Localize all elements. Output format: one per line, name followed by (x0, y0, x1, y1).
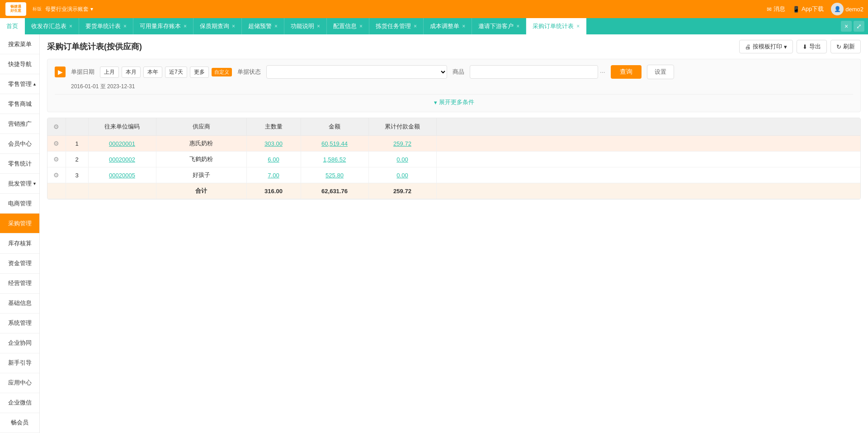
app-download-button[interactable]: 📱 App下载 (793, 5, 824, 13)
status-select[interactable] (266, 65, 447, 79)
page-actions: 🖨 按模板打印 ▾ ⬇ 导出 ↻ 刷新 (739, 40, 861, 53)
date-btn-this-month[interactable]: 本月 (122, 67, 141, 78)
main-content: 采购订单统计表(按供应商) 🖨 按模板打印 ▾ ⬇ 导出 ↻ 刷新 (40, 34, 868, 433)
tab-4[interactable]: 保质期查询 × (193, 18, 242, 34)
goods-more-button[interactable]: ··· (600, 68, 605, 76)
sidebar-item-system[interactable]: 系统管理 (0, 314, 39, 333)
row-settings[interactable]: ⚙ (47, 167, 66, 183)
sidebar-item-quick-nav[interactable]: 快捷导航 (0, 54, 39, 74)
sidebar-item-finance[interactable]: 资金管理 (0, 254, 39, 274)
tab-5-close[interactable]: × (274, 23, 278, 29)
user-menu[interactable]: 👤 demo2 (831, 3, 863, 15)
tab-2-close[interactable]: × (123, 23, 127, 29)
logo: 畅捷通好生意 (5, 2, 27, 16)
expand-more-button[interactable]: ▾ 展开更多条件 (55, 94, 853, 106)
user-avatar: 👤 (831, 3, 844, 15)
row-settings[interactable]: ⚙ (47, 136, 66, 152)
settings-button[interactable]: 设置 (647, 65, 674, 79)
row-amount[interactable]: 525.80 (301, 167, 368, 183)
sidebar-item-purchase[interactable]: 采购管理 (0, 214, 39, 233)
row-code[interactable]: 00020002 (88, 152, 156, 167)
sidebar-item-search[interactable]: 搜索菜单 (0, 34, 39, 54)
tab-3[interactable]: 可用量库存账本 × (133, 18, 193, 34)
tab-5[interactable]: 超储预警 × (242, 18, 284, 34)
row-paid[interactable]: 0.00 (368, 167, 436, 183)
sidebar-member-label: 畅会员 (11, 419, 28, 427)
tab-3-label: 可用量库存账本 (140, 22, 181, 30)
date-btn-7days[interactable]: 近7天 (165, 67, 187, 78)
sidebar-item-wholesale[interactable]: 批发管理 (0, 174, 39, 194)
sidebar-item-collab[interactable]: 企业协同 (0, 333, 39, 353)
sidebar-item-retail-mgmt[interactable]: 零售管理 (0, 74, 39, 94)
row-code[interactable]: 00020005 (88, 167, 156, 183)
sidebar-item-ecommerce[interactable]: 电商管理 (0, 194, 39, 214)
nav-tabs-end: × ⤢ (841, 21, 868, 32)
sidebar-item-marketing[interactable]: 营销推广 (0, 114, 39, 134)
sidebar-finance-label: 资金管理 (8, 259, 32, 267)
sidebar-operations-label: 经营管理 (8, 279, 32, 287)
tab-close-all-button[interactable]: × (841, 21, 852, 32)
tab-active-close[interactable]: × (576, 23, 580, 29)
tab-expand-button[interactable]: ⤢ (854, 21, 864, 32)
tab-3-close[interactable]: × (184, 23, 187, 29)
row-qty[interactable]: 7.00 (246, 167, 301, 183)
tab-2[interactable]: 要货单统计表 × (79, 18, 133, 34)
sidebar-item-retail-stats[interactable]: 零售统计 (0, 154, 39, 174)
tab-active[interactable]: 采购订单统计表 × (526, 18, 586, 34)
row-qty[interactable]: 6.00 (246, 152, 301, 167)
sidebar-item-retail-mall[interactable]: 零售商城 (0, 94, 39, 114)
sidebar-item-operations[interactable]: 经营管理 (0, 274, 39, 294)
row-gear-icon[interactable]: ⚙ (53, 171, 59, 179)
sidebar-retail-stats-label: 零售统计 (8, 160, 32, 168)
row-paid[interactable]: 0.00 (368, 152, 436, 167)
sidebar-item-membership[interactable]: 会员中心 (0, 134, 39, 154)
tab-1-close[interactable]: × (69, 23, 72, 29)
row-amount[interactable]: 1,586.52 (301, 152, 368, 167)
goods-input[interactable] (470, 65, 598, 79)
sidebar-item-appstore[interactable]: 应用中心 (0, 373, 39, 393)
tab-9-close[interactable]: × (462, 23, 465, 29)
tab-9[interactable]: 成本调整单 × (424, 18, 472, 34)
tab-4-close[interactable]: × (232, 23, 235, 29)
export-button[interactable]: ⬇ 导出 (797, 40, 827, 53)
sidebar-item-inventory[interactable]: 库存核算 (0, 233, 39, 253)
custom-date-badge[interactable]: 自定义 (212, 68, 232, 76)
tab-home[interactable]: 首页 (0, 18, 25, 34)
date-btn-this-year[interactable]: 本年 (143, 67, 162, 78)
sidebar-item-member[interactable]: 畅会员 (0, 413, 39, 433)
tab-8-label: 拣货任务管理 (376, 22, 411, 30)
row-qty[interactable]: 303.00 (246, 136, 301, 152)
gear-icon[interactable]: ⚙ (53, 123, 59, 130)
row-settings[interactable]: ⚙ (47, 152, 66, 167)
tab-7[interactable]: 配置信息 × (327, 18, 369, 34)
user-name: demo2 (845, 6, 863, 13)
tab-8-close[interactable]: × (414, 23, 417, 29)
filter-collapse-button[interactable]: ▶ (55, 67, 66, 77)
sidebar-item-wechat[interactable]: 企业微信 (0, 393, 39, 413)
row-paid[interactable]: 259.72 (368, 136, 436, 152)
tab-6-close[interactable]: × (317, 23, 320, 29)
col-supplier-header: 供应商 (156, 118, 246, 136)
col-extra-header (436, 118, 860, 136)
row-amount[interactable]: 60,519.44 (301, 136, 368, 152)
date-btn-last-month[interactable]: 上月 (100, 67, 119, 78)
col-settings[interactable]: ⚙ (47, 118, 66, 136)
tab-8[interactable]: 拣货任务管理 × (369, 18, 424, 34)
tab-1[interactable]: 收发存汇总表 × (25, 18, 79, 34)
workspace-selector[interactable]: 母婴行业演示账套 ▾ (45, 5, 93, 13)
query-button[interactable]: 查询 (611, 65, 642, 79)
date-filter-label: 单据日期 (71, 68, 94, 76)
row-gear-icon[interactable]: ⚙ (53, 156, 59, 163)
sidebar-item-basic-info[interactable]: 基础信息 (0, 294, 39, 314)
tab-6[interactable]: 功能说明 × (284, 18, 327, 34)
tab-10[interactable]: 邀请下游客户 × (472, 18, 526, 34)
tab-7-close[interactable]: × (359, 23, 363, 29)
message-button[interactable]: ✉ 消息 (767, 5, 785, 13)
sidebar-item-newbie[interactable]: 新手引导 (0, 353, 39, 373)
tab-10-close[interactable]: × (516, 23, 519, 29)
date-btn-more[interactable]: 更多 (190, 67, 209, 78)
print-button[interactable]: 🖨 按模板打印 ▾ (739, 40, 793, 53)
row-gear-icon[interactable]: ⚙ (53, 140, 59, 147)
refresh-button[interactable]: ↻ 刷新 (830, 40, 861, 53)
row-code[interactable]: 00020001 (88, 136, 156, 152)
